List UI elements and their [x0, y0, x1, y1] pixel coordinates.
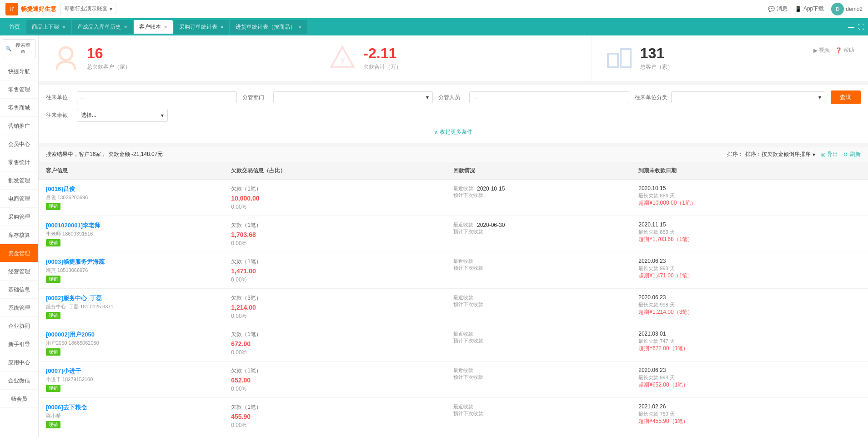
overdue-customers-info: 16 总欠款客户（家）	[87, 46, 130, 71]
tab-purchase-stats[interactable]: 采购订单统计表 ✕	[174, 20, 229, 34]
sidebar-item-basic-info[interactable]: 基础信息	[0, 281, 38, 299]
top-bar-left: 好 畅捷通好生意 母婴行业演示账套 ▾	[5, 3, 116, 15]
customer-name-0[interactable]: [0016]吕俊	[46, 185, 231, 193]
sidebar-item-system[interactable]: 系统管理	[0, 299, 38, 317]
search-icon: 🔍	[5, 46, 12, 52]
debt-amount-1: 1,703.68	[231, 231, 453, 238]
dept-label: 分管部门	[242, 94, 270, 101]
customer-cell-6: [0006]去下粮仓 陈小希 现销	[46, 403, 231, 428]
unit-category-select[interactable]: ▾	[671, 91, 826, 103]
sidebar-item-wechat[interactable]: 企业微信	[0, 372, 38, 390]
overdue-link-0[interactable]: 超期¥10,000.00（1笔）	[638, 199, 861, 207]
tab-close-products-off[interactable]: ✕	[62, 25, 65, 30]
customer-name-4[interactable]: [000002]用户2050	[46, 331, 231, 339]
header-recovery: 回款情况	[453, 167, 638, 175]
sidebar-item-newbie[interactable]: 新手引导	[0, 335, 38, 353]
overdue-cell-0: 2020.10.15 最长欠款 884 天 超期¥10,000.00（1笔）	[638, 185, 861, 210]
sidebar-item-retail-stats[interactable]: 零售统计	[0, 153, 38, 171]
sidebar-item-inventory[interactable]: 库存核算	[0, 226, 38, 244]
sidebar-item-business[interactable]: 经营管理	[0, 262, 38, 281]
customer-name-5[interactable]: [0007]小进干	[46, 367, 231, 375]
tab-close-production-history[interactable]: ✕	[124, 25, 127, 30]
total-customers-stat: 131 总客户（家） ▶ 视频 ❓ 帮助	[592, 35, 868, 81]
dept-select[interactable]: ▾	[273, 91, 433, 103]
recovery-cell-1: 最近收款 2020-06-30 预计下次收款	[453, 221, 638, 246]
debt-count-0: 欠款（1笔）	[231, 185, 453, 193]
refresh-button[interactable]: ↺ 刷新	[843, 151, 861, 158]
source-unit-input[interactable]: ...	[77, 91, 237, 103]
sidebar-item-marketing[interactable]: 营销推广	[0, 117, 38, 135]
stat-actions: ▶ 视频 ❓ 帮助	[813, 45, 854, 54]
sort-selector[interactable]: 排序： 排序：按欠款金额倒序排序 ▾	[727, 151, 815, 158]
top-bar-right: 💬 消息 📱 App下载 D demo2	[768, 3, 863, 15]
sidebar: 🔍 搜索菜单 快捷导航 零售管理 零售商城 营销推广 会员中心 零售统计 批发管…	[0, 35, 39, 437]
sidebar-item-app-center[interactable]: 应用中心	[0, 353, 38, 372]
header-debt: 欠款交易信息（占比）	[231, 167, 453, 175]
sidebar-item-enterprise[interactable]: 企业协同	[0, 317, 38, 335]
sidebar-item-purchase[interactable]: 采购管理	[0, 208, 38, 226]
sidebar-item-quick-nav[interactable]: 快捷导航	[0, 62, 38, 80]
person-label: 分管人员	[438, 94, 466, 101]
overdue-cell-6: 2021.02.26 最长欠款 750 天 超期¥455.90（1笔）	[638, 403, 861, 428]
sidebar-item-member[interactable]: 会员中心	[0, 135, 38, 153]
total-customers-value: 131	[640, 46, 806, 60]
recovery-cell-0: 最近收款 2020-10-15 预计下次收款	[453, 185, 638, 210]
customer-name-2[interactable]: [0003]畅捷服务尹海蕊	[46, 258, 231, 266]
search-menu-button[interactable]: 🔍 搜索菜单	[3, 39, 35, 58]
person-input[interactable]: ...	[469, 91, 629, 103]
data-table: 客户信息 欠款交易信息（占比） 回款情况 到期未收款日期 [0016]吕俊 吕俊…	[39, 162, 868, 437]
sidebar-item-retail-mgmt[interactable]: 零售管理	[0, 80, 38, 99]
tab-purchase-stats2[interactable]: 进货单统计表（按商品） ✕	[230, 20, 307, 34]
customer-name-6[interactable]: [0006]去下粮仓	[46, 403, 231, 412]
video-button[interactable]: ▶ 视频	[813, 46, 830, 54]
tab-minimize-button[interactable]: —	[848, 23, 854, 30]
help-button[interactable]: ❓ 帮助	[835, 46, 854, 54]
customer-cell-1: [0001020001]李老师 李老师 18600391516 现销	[46, 221, 231, 246]
customer-cell-2: [0003]畅捷服务尹海蕊 海燕 18513066976 现销	[46, 258, 231, 283]
recovery-label-0: 最近收款	[453, 185, 473, 192]
overdue-customers-icon	[52, 45, 80, 72]
recovery-cell-4: 最近收款 预计下次收款	[453, 331, 638, 356]
sidebar-item-retail-mall[interactable]: 零售商城	[0, 99, 38, 117]
user-avatar[interactable]: D demo2	[831, 3, 863, 15]
debt-cell-1: 欠款（1笔） 1,703.68 0.00%	[231, 221, 453, 246]
customer-sub-1: 李老师 18600391516	[46, 231, 231, 237]
sidebar-item-batch-mgmt[interactable]: 批发管理	[0, 171, 38, 190]
tab-close-customer-account[interactable]: ✕	[164, 25, 167, 30]
recovery-cell-2: 最近收款 预计下次收款	[453, 258, 638, 283]
customer-name-1[interactable]: [0001020001]李老师	[46, 221, 231, 230]
overdue-cell-4: 2021.03.01 最长欠款 747 天 超期¥672.00（1笔）	[638, 331, 861, 356]
customer-name-3[interactable]: [0002]服务中心_丁磊	[46, 294, 231, 302]
export-button[interactable]: ◎ 导出	[821, 151, 838, 158]
logo-area: 好 畅捷通好生意	[5, 3, 56, 15]
balance-select[interactable]: 选择... ▾	[77, 109, 168, 122]
overdue-customers-label: 总欠款客户（家）	[87, 63, 130, 71]
result-actions: 排序： 排序：按欠款金额倒序排序 ▾ ◎ 导出 ↺ 刷新	[727, 151, 861, 158]
tab-bar-controls: — ⛶	[848, 23, 864, 30]
app-download-button[interactable]: 📱 App下载	[795, 5, 824, 13]
tab-close-purchase-stats2[interactable]: ✕	[298, 25, 302, 30]
overdue-days-0: 最长欠款 884 天	[638, 192, 861, 199]
tab-home[interactable]: 首页	[4, 20, 25, 34]
person-filter: 分管人员 ...	[438, 91, 629, 103]
message-button[interactable]: 💬 消息	[768, 5, 788, 13]
sidebar-item-finance[interactable]: 资金管理	[0, 244, 38, 262]
tab-maximize-button[interactable]: ⛶	[858, 23, 864, 30]
overdue-cell-3: 2020.06.23 最长欠款 998 天 超期¥1,214.00（3笔）	[638, 294, 861, 319]
tab-production-history[interactable]: 产成品入库单历史 ✕	[72, 20, 133, 34]
tab-close-purchase-stats[interactable]: ✕	[220, 25, 224, 30]
sidebar-item-ecommerce[interactable]: 电商管理	[0, 190, 38, 208]
tab-products-off[interactable]: 商品上下架 ✕	[26, 20, 71, 34]
collapse-button[interactable]: ∧ 收起更多条件	[46, 126, 861, 138]
search-button[interactable]: 查询	[831, 90, 861, 104]
layout: 🔍 搜索菜单 快捷导航 零售管理 零售商城 营销推广 会员中心 零售统计 批发管…	[0, 35, 868, 437]
customer-tag-0: 现销	[46, 203, 60, 210]
table-row: [0003]畅捷服务尹海蕊 海燕 18513066976 现销 欠款（1笔） 1…	[39, 252, 868, 289]
total-customers-info: 131 总客户（家）	[640, 46, 806, 71]
logo-icon: 好	[5, 3, 18, 15]
app-name: 畅捷通好生意	[21, 5, 56, 13]
store-selector[interactable]: 母婴行业演示账套 ▾	[60, 4, 116, 14]
header-overdue: 到期未收款日期	[638, 167, 861, 175]
tab-customer-account[interactable]: 客户账本 ✕	[134, 20, 173, 34]
sidebar-item-vip[interactable]: 畅会员	[0, 390, 38, 408]
